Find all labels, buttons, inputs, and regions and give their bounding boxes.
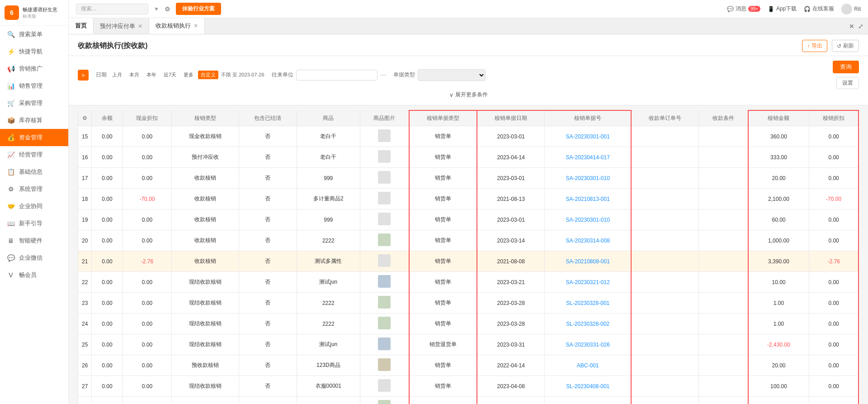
cell-balance: 0.00 [92,189,123,209]
sidebar-item-3[interactable]: 📊销售管理 [0,77,68,95]
date-btn-7days[interactable]: 近7天 [161,71,179,79]
cell-verify-bill-date: 2023-03-01 [477,126,544,147]
table-row: 17 0.00 0.00 收款核销 否 999 销货单 2023-03-01 S… [78,168,859,189]
cell-verify-bill-no[interactable]: SL-20230418-001 [545,397,632,404]
sidebar-icon-5: 📦 [7,117,14,124]
cell-verify-amount: 333.00 [748,147,809,168]
expand-conditions-btn[interactable]: ∨ 展开更多条件 [78,89,859,100]
cell-include-settled: 否 [239,272,297,293]
topbar-chevron-icon[interactable]: ▼ [154,6,159,12]
sidebar-item-12[interactable]: 🖥智能硬件 [0,232,68,249]
cell-include-settled: 否 [239,314,297,334]
user-avatar-item[interactable]: Rit [841,4,861,14]
col-header-verify-amount: 核销金额 [748,110,809,126]
cell-verify-type: 收款核销 [172,168,239,189]
industry-btn[interactable]: 休验行业方案 [176,3,221,15]
tab-verify[interactable]: 收款核销执行 ✕ [149,18,205,34]
export-button[interactable]: ↑ 导出 [802,40,827,52]
date-btn-this-month[interactable]: 本月 [127,71,142,79]
cell-verify-type: 收款核销 [172,209,239,230]
filter-expand-btn[interactable]: » [78,70,89,81]
cell-verify-bill-no[interactable]: SA-20230301-001 [545,126,632,147]
cell-verify-discount: 0.00 [809,397,859,404]
sidebar-item-11[interactable]: 📖新手引导 [0,215,68,232]
cell-verify-bill-date: 2023-03-21 [477,272,544,293]
cell-verify-amount: 3,390.00 [748,251,809,272]
sidebar-item-2[interactable]: 📢营销推广 [0,60,68,77]
filter-area: » 日期 上月 本月 本年 近7天 更多 自定义 不限 至 2023-07-26 [69,56,868,105]
refresh-button[interactable]: ↺ 刷新 [832,40,859,52]
sidebar-item-7[interactable]: 📈经营管理 [0,146,68,163]
tab-home[interactable]: 首页 [69,18,94,34]
cell-receipt-terms [699,314,748,334]
date-btn-custom[interactable]: 自定义 [198,71,218,79]
topbar-gear-icon[interactable]: ⚙ [165,5,170,13]
date-btn-last-month[interactable]: 上月 [109,71,125,79]
user-avatar [841,4,852,14]
cell-product-img [360,209,409,230]
cell-verify-discount: 0.00 [809,355,859,376]
date-btn-more[interactable]: 更多 [181,71,196,79]
cell-include-settled: 否 [239,230,297,251]
cell-product: 衣服00001 [297,376,360,397]
tab-expand-icon[interactable]: ⤢ [858,23,863,30]
cell-verify-bill-no[interactable]: SL-20230328-002 [545,314,632,334]
col-header-verify-bill-no: 核销单据号 [545,110,632,126]
cell-verify-bill-no[interactable]: SA-20230414-017 [545,147,632,168]
cell-cash-discount: 0.00 [123,334,171,355]
cell-verify-type: 现金收款核销 [172,126,239,147]
phone-icon: 📱 [768,6,774,12]
topbar-search-input[interactable] [76,4,148,14]
bill-type-select[interactable] [418,69,486,81]
sidebar-item-9[interactable]: ⚙系统管理 [0,181,68,198]
cell-balance: 0.00 [92,334,123,355]
sidebar-item-13[interactable]: 💬企业微信 [0,249,68,266]
cell-include-settled: 否 [239,189,297,209]
cell-verify-type: 收款核销 [172,251,239,272]
date-btn-this-year[interactable]: 本年 [144,71,159,79]
sidebar-item-14[interactable]: V畅会员 [0,266,68,284]
cell-verify-bill-no[interactable]: SL-20230328-001 [545,293,632,314]
sidebar-item-1[interactable]: ⚡快捷导航 [0,43,68,60]
sidebar-item-0[interactable]: 🔍搜索菜单 [0,26,68,43]
cell-verify-discount: 0.00 [809,293,859,314]
headset-icon: 🎧 [804,6,811,12]
cell-verify-bill-date: 2023-03-01 [477,168,544,189]
sidebar-item-10[interactable]: 🤝企业协同 [0,198,68,215]
cell-id: 18 [78,189,92,209]
settings-button[interactable]: 设置 [836,77,859,89]
cell-receipt-order-no [631,189,698,209]
cell-cash-discount: 0.00 [123,376,171,397]
tab-verify-close[interactable]: ✕ [193,23,198,29]
cell-verify-bill-no[interactable]: SA-20230314-008 [545,230,632,251]
sidebar-item-4[interactable]: 🛒采购管理 [0,95,68,112]
online-service-item[interactable]: 🎧 在线客服 [804,5,834,13]
cell-verify-discount: 0.00 [809,168,859,189]
tab-prepaid-close[interactable]: ✕ [138,23,142,29]
cell-verify-bill-no[interactable]: SA-20230321-012 [545,272,632,293]
cell-verify-bill-no[interactable]: ABC-001 [545,355,632,376]
cell-verify-bill-no[interactable]: SA-20230301-010 [545,168,632,189]
cell-verify-bill-no[interactable]: SA-20210813-001 [545,189,632,209]
cell-id: 25 [78,334,92,355]
cell-verify-bill-no[interactable]: SA-20230301-010 [545,209,632,230]
sidebar-item-8[interactable]: 📋基础信息 [0,163,68,181]
partner-input[interactable] [296,70,377,81]
cell-verify-bill-type: 销货单 [409,293,477,314]
cell-verify-bill-no[interactable]: SA-20210808-001 [545,251,632,272]
app-download-item[interactable]: 📱 App下载 [768,5,797,13]
sidebar-item-5[interactable]: 📦库存核算 [0,112,68,129]
notifications-item[interactable]: 💬 消息 99+ [727,5,760,13]
partner-dots[interactable]: ··· [380,71,386,79]
cell-product: 999 [297,168,360,189]
cell-verify-type: 现结收款核销 [172,272,239,293]
cell-verify-bill-no[interactable]: SA-20230331-026 [545,334,632,355]
tab-prepaid[interactable]: 预付冲应付单 ✕ [94,18,149,34]
cell-balance: 0.00 [92,272,123,293]
query-button[interactable]: 查询 [833,61,859,73]
cell-verify-bill-no[interactable]: SL-20230408-001 [545,376,632,397]
tab-verify-label: 收款核销执行 [156,22,191,30]
tab-close-all-icon[interactable]: ✕ [849,23,854,30]
cell-receipt-terms [699,355,748,376]
sidebar-item-6[interactable]: 💰资金管理 [0,129,68,146]
